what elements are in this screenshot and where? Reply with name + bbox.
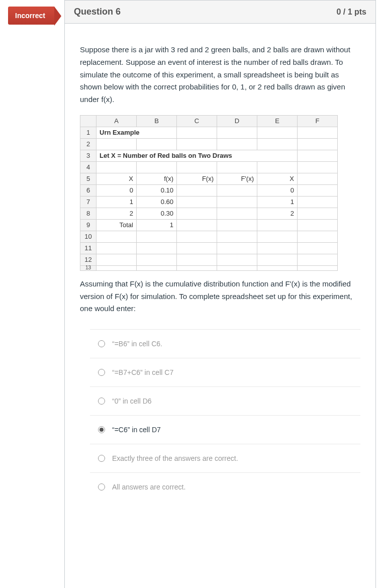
question-header: Incorrect Question 6 0 / 1 pts [65,0,375,24]
cell [257,265,298,270]
row-header: 9 [80,219,97,231]
answer-option[interactable]: “=B7+C6” in cell C7 [90,358,360,386]
radio-icon [98,369,105,376]
cell [298,161,338,173]
cell: 2 [257,208,298,219]
cell: f(x) [137,173,177,184]
cell: 0.10 [137,184,177,196]
cell: Urn Example [97,127,177,138]
cell: Let X = Number of Red balls on Two Draws [97,150,298,161]
cell [217,138,257,150]
cell [137,265,177,270]
cell: X [257,173,298,184]
row-header: 1 [80,127,97,138]
cell: Total [97,219,137,231]
cell [97,161,137,173]
question-title: Question 6 [74,7,121,17]
cell [97,242,137,254]
cell [177,219,217,231]
cell [177,138,217,150]
cell [97,138,137,150]
cell [177,231,217,242]
cell [137,231,177,242]
answer-text: “=B7+C6” in cell C7 [112,368,173,376]
row-header: 3 [80,150,97,161]
col-header: F [298,115,338,127]
cell [217,254,257,265]
cell [137,254,177,265]
cell [298,127,338,138]
cell [298,219,338,231]
radio-icon [98,483,105,491]
question-prompt: Suppose there is a jar with 3 red and 2 … [80,44,360,106]
cell [217,242,257,254]
answer-option[interactable]: “=B6” in cell C6. [90,329,360,358]
row-header: 13 [80,265,97,270]
cell: F(x) [177,173,217,184]
cell [298,196,338,208]
cell [298,254,338,265]
answer-text: “=C6” in cell D7 [112,426,161,434]
cell [298,138,338,150]
cell [177,242,217,254]
col-header: E [257,115,298,127]
col-header: A [97,115,137,127]
answer-option[interactable]: “0” in cell D6 [90,386,360,415]
cell [257,127,298,138]
followup-prompt: Assuming that F(x) is the cumulative dis… [80,278,360,315]
answer-option[interactable]: All answers are correct. [90,472,360,501]
answer-text: “0” in cell D6 [112,397,152,405]
cell [97,231,137,242]
cell [177,161,217,173]
cell [257,161,298,173]
cell [137,161,177,173]
row-header: 11 [80,242,97,254]
answer-text: “=B6” in cell C6. [112,340,162,348]
cell [217,196,257,208]
cell [298,242,338,254]
spreadsheet: A B C D E F 1 Urn Example 2 3 Let X = Nu… [80,115,338,271]
cell [298,265,338,270]
cell [257,242,298,254]
cell [217,231,257,242]
cell: F'(x) [217,173,257,184]
cell [177,254,217,265]
answer-option-selected[interactable]: “=C6” in cell D7 [90,415,360,444]
cell [137,138,177,150]
cell [298,184,338,196]
answer-list: “=B6” in cell C6. “=B7+C6” in cell C7 “0… [80,329,360,501]
cell [97,254,137,265]
question-card: Incorrect Question 6 0 / 1 pts Suppose t… [64,0,376,588]
col-header: C [177,115,217,127]
cell [217,219,257,231]
cell [177,127,217,138]
cell [257,231,298,242]
points-display: 0 / 1 pts [336,8,366,17]
radio-icon [98,455,105,462]
cell [177,265,217,270]
cell [298,231,338,242]
radio-icon [98,426,105,433]
cell: 1 [137,219,177,231]
row-header: 7 [80,196,97,208]
row-header: 4 [80,161,97,173]
radio-icon [98,398,105,405]
cell [137,242,177,254]
cell [217,208,257,219]
cell [298,208,338,219]
row-header: 10 [80,231,97,242]
cell [257,138,298,150]
cell [257,254,298,265]
cell [177,208,217,219]
cell: 2 [97,208,137,219]
row-header: 2 [80,138,97,150]
sheet-corner [80,115,97,127]
cell [217,161,257,173]
cell: 0.30 [137,208,177,219]
cell [298,150,338,161]
cell [177,196,217,208]
cell [217,184,257,196]
answer-option[interactable]: Exactly three of the answers are correct… [90,444,360,472]
col-header: D [217,115,257,127]
cell [298,173,338,184]
